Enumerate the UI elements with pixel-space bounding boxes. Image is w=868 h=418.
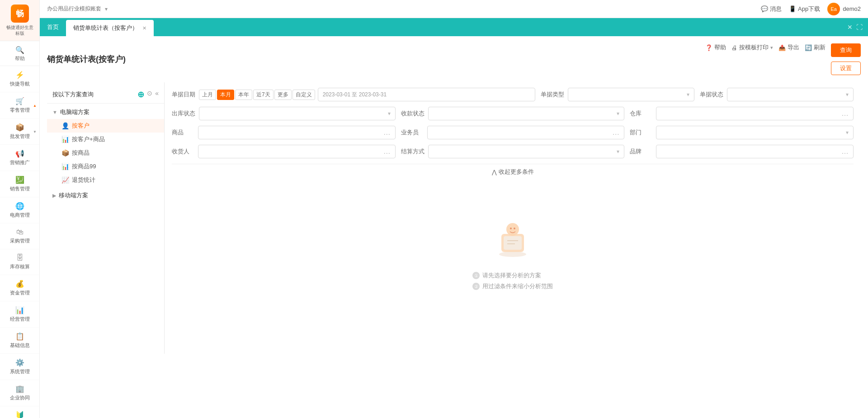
by-customer-label: 按客户 bbox=[72, 122, 90, 130]
tree-item-return-stat[interactable]: 📈 退货统计 bbox=[47, 173, 164, 187]
sidebar-item-marketing[interactable]: 📢 营销推广 bbox=[0, 145, 39, 171]
collapse-panel-icon[interactable]: « bbox=[155, 90, 159, 100]
filter-brand-item: 品牌 … bbox=[630, 145, 854, 158]
tab-maximize-icon[interactable]: ⛶ bbox=[856, 24, 863, 31]
tree-item-by-goods[interactable]: 📦 按商品 bbox=[47, 146, 164, 160]
sidebar-item-newbie[interactable]: 🔰 新手引导 bbox=[0, 406, 39, 418]
tree-desktop-scheme[interactable]: ▼ 电脑端方案 bbox=[47, 105, 164, 119]
search-label: 帮助 bbox=[15, 55, 25, 62]
sidebar-item-retail[interactable]: 🛒 零售管理 bbox=[0, 92, 39, 119]
tree-desktop-label: 电脑端方案 bbox=[60, 108, 90, 116]
sidebar-search[interactable]: 🔍 帮助 bbox=[0, 41, 39, 66]
tree-item-by-customer[interactable]: 👤 按客户 bbox=[47, 119, 164, 133]
tree-item-by-customer-goods[interactable]: 📊 按客户+商品 bbox=[47, 133, 164, 146]
sidebar-item-quicknav[interactable]: ⚡ 快捷导航 bbox=[0, 66, 39, 92]
filter-row-status: 出库状态 ▾ 收款状态 ▾ bbox=[172, 107, 854, 120]
tree-mobile-scheme[interactable]: ▶ 移动端方案 bbox=[47, 189, 164, 202]
retail-icon: 🛒 bbox=[15, 97, 24, 105]
svg-point-4 bbox=[510, 228, 512, 229]
sidebar-item-base[interactable]: 📋 基础信息 bbox=[0, 328, 39, 354]
settlement-select[interactable]: ▾ bbox=[428, 145, 625, 158]
refresh-icon: 🔄 bbox=[805, 44, 812, 51]
salesman-select[interactable]: … bbox=[427, 126, 625, 139]
date-btn-7days[interactable]: 近7天 bbox=[253, 90, 274, 100]
tip-text-1: 请先选择要分析的方案 bbox=[482, 271, 541, 280]
sidebar-item-sales[interactable]: 💹 销售管理 bbox=[0, 171, 39, 197]
tab-close-icon[interactable]: ✕ bbox=[142, 25, 146, 31]
username: demo2 bbox=[843, 5, 861, 12]
warehouse-select[interactable]: … bbox=[656, 107, 854, 120]
sidebar-item-enterprise[interactable]: 🏢 企业协同 bbox=[0, 380, 39, 406]
settings-button[interactable]: 设置 bbox=[831, 62, 861, 75]
tab-home[interactable]: 首页 bbox=[40, 18, 66, 36]
ecommerce-label: 电商管理 bbox=[10, 212, 30, 218]
payment-status-select[interactable]: ▾ bbox=[428, 107, 625, 120]
empty-illustration bbox=[490, 216, 535, 262]
retail-label: 零售管理 bbox=[10, 107, 30, 114]
edit-scheme-icon[interactable]: ⊙ bbox=[147, 90, 152, 100]
print-button[interactable]: 🖨 按模板打印 ▾ bbox=[731, 43, 773, 52]
tip-text-2: 用过滤条件来缩小分析范围 bbox=[482, 282, 553, 290]
date-quick-buttons: 上月 本月 本年 近7天 更多 自定义 bbox=[199, 90, 315, 100]
purchase-icon: 🛍 bbox=[16, 228, 24, 236]
empty-svg bbox=[490, 216, 535, 261]
date-btn-thisyear[interactable]: 本年 bbox=[235, 90, 252, 100]
right-panel: 单据日期 上月 本月 本年 近7天 更多 自定义 bbox=[165, 82, 861, 354]
sidebar-item-wholesale[interactable]: 📦 批发管理 bbox=[0, 119, 39, 145]
tab-bar: 首页 销货单统计表（按客户） ✕ ✕ ⛶ bbox=[40, 18, 868, 36]
order-type-select[interactable]: ▾ bbox=[568, 88, 694, 101]
export-button[interactable]: 📤 导出 bbox=[778, 43, 799, 52]
date-btn-more[interactable]: 更多 bbox=[274, 90, 292, 100]
payment-status-label: 收款状态 bbox=[401, 109, 425, 118]
enterprise-icon: 🏢 bbox=[15, 385, 24, 393]
filter-order-status-item: 单据状态 ▾ bbox=[700, 88, 854, 101]
home-tab-label: 首页 bbox=[47, 23, 59, 31]
date-range-input[interactable]: 2023-03-01 至 2023-03-31 bbox=[318, 88, 535, 101]
tree-item-by-goods99[interactable]: 📊 按商品99 bbox=[47, 160, 164, 173]
refresh-button[interactable]: 🔄 刷新 bbox=[805, 43, 826, 52]
department-label: 部门 bbox=[630, 128, 652, 137]
user-area[interactable]: Ea demo2 bbox=[827, 3, 861, 15]
warehouse-label: 仓库 bbox=[630, 109, 652, 118]
add-scheme-icon[interactable]: ⊕ bbox=[137, 90, 144, 100]
help-label: 帮助 bbox=[714, 43, 726, 52]
inventory-label: 库存核算 bbox=[10, 263, 30, 270]
department-select[interactable]: ▾ bbox=[656, 126, 854, 139]
recipient-select[interactable]: … bbox=[198, 145, 396, 158]
marketing-icon: 📢 bbox=[15, 149, 24, 158]
dropdown-arrow[interactable]: ▾ bbox=[105, 6, 108, 12]
app-label: App下载 bbox=[798, 5, 820, 13]
sidebar-item-purchase[interactable]: 🛍 采购管理 bbox=[0, 223, 39, 249]
export-label: 导出 bbox=[788, 43, 799, 52]
goods-select[interactable]: … bbox=[198, 126, 396, 139]
department-chevron: ▾ bbox=[846, 129, 849, 136]
date-btn-lastmonth[interactable]: 上月 bbox=[199, 90, 216, 100]
sidebar-item-ecommerce[interactable]: 🌐 电商管理 bbox=[0, 197, 39, 223]
order-status-select[interactable]: ▾ bbox=[727, 88, 854, 101]
logo-char: 畅 bbox=[16, 8, 24, 19]
date-btn-thismonth[interactable]: 本月 bbox=[217, 90, 234, 100]
wholesale-icon: 📦 bbox=[15, 123, 24, 132]
empty-tip-1: ① 请先选择要分析的方案 bbox=[472, 271, 553, 280]
quicknav-label: 快捷导航 bbox=[10, 81, 30, 87]
date-btn-custom[interactable]: 自定义 bbox=[292, 90, 315, 100]
app-download-button[interactable]: 📱 App下载 bbox=[789, 5, 820, 13]
ship-status-select[interactable]: ▾ bbox=[199, 107, 396, 120]
help-button[interactable]: ❓ 帮助 bbox=[705, 43, 726, 52]
svg-rect-2 bbox=[504, 236, 522, 250]
finance-icon: 💰 bbox=[15, 280, 24, 288]
tab-sales-stat[interactable]: 销货单统计表（按客户） ✕ bbox=[66, 20, 154, 36]
brand-select[interactable]: … bbox=[656, 145, 854, 158]
tab-close-all-icon[interactable]: ✕ bbox=[847, 24, 853, 31]
collapse-bar[interactable]: ⋀ 收起更多条件 bbox=[172, 164, 854, 180]
query-button[interactable]: 查询 bbox=[831, 43, 861, 57]
sidebar-item-inventory[interactable]: 🗄 库存核算 bbox=[0, 249, 39, 275]
sidebar-item-finance[interactable]: 💰 资金管理 bbox=[0, 275, 39, 301]
sidebar-item-operation[interactable]: 📊 经营管理 bbox=[0, 301, 39, 328]
message-button[interactable]: 💬 消息 bbox=[761, 5, 782, 13]
goods-label: 商品 bbox=[172, 128, 194, 137]
print-dropdown-icon[interactable]: ▾ bbox=[770, 45, 773, 51]
page-title: 销货单统计表(按客户) bbox=[47, 54, 126, 65]
warehouse-dots: … bbox=[841, 109, 849, 118]
sidebar-item-system[interactable]: ⚙️ 系统管理 bbox=[0, 354, 39, 380]
